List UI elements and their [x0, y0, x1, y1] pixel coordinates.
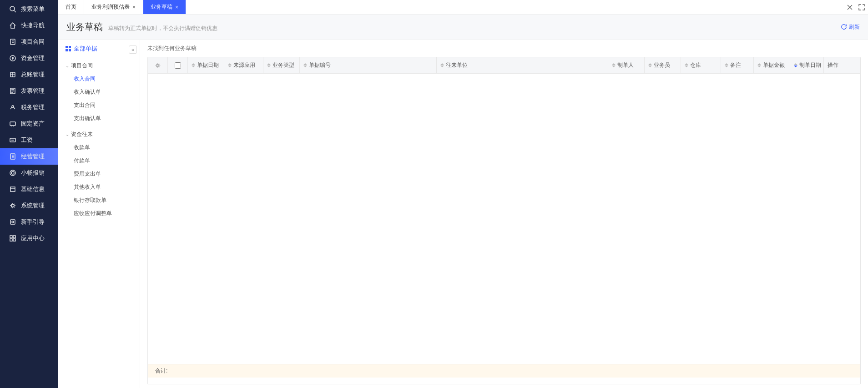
column-header-wh[interactable]: 仓库 [681, 57, 721, 73]
filter-item[interactable]: 银行存取款单 [66, 194, 140, 207]
home-icon [9, 22, 16, 29]
sidebar-item-guide[interactable]: 新手引导 [0, 214, 58, 230]
column-header-maker[interactable]: 制单人 [608, 57, 645, 73]
sidebar-item-tax[interactable]: 税务管理 [0, 99, 58, 116]
sidebar-item-search[interactable]: 搜索菜单 [0, 1, 58, 17]
tab-0[interactable]: 首页 [58, 0, 84, 14]
tab-2[interactable]: 业务草稿× [143, 0, 186, 14]
sidebar-item-salary[interactable]: 工资 [0, 132, 58, 148]
biz-icon [9, 153, 16, 160]
svg-rect-6 [10, 122, 15, 126]
sidebar-item-biz[interactable]: 经营管理 [0, 148, 58, 165]
filter-item[interactable]: 付款单 [66, 154, 140, 167]
tab-label: 首页 [66, 3, 76, 11]
filter-item[interactable]: 应收应付调整单 [66, 207, 140, 220]
close-tab-icon[interactable] [846, 4, 853, 11]
collapse-filter-button[interactable]: « [129, 45, 137, 54]
svg-rect-3 [10, 72, 15, 77]
column-label: 备注 [730, 61, 741, 69]
asset-icon [9, 120, 16, 127]
all-data-label: 全部单据 [74, 45, 97, 53]
close-icon[interactable]: × [132, 4, 136, 10]
svg-rect-17 [13, 239, 15, 241]
column-header-partner[interactable]: 往来单位 [437, 57, 608, 73]
sidebar-item-file[interactable]: 项目合同 [0, 34, 58, 50]
svg-point-11 [11, 204, 14, 207]
column-header-type[interactable]: 业务类型 [263, 57, 300, 73]
table: 单据日期来源应用业务类型单据编号往来单位制单人业务员仓库备注单据金额制单日期操作… [147, 57, 861, 384]
footer-total-label: 合计: [155, 367, 167, 375]
sidebar-item-reimb[interactable]: 小畅报销 [0, 165, 58, 181]
filter-item[interactable]: 其他收入单 [66, 181, 140, 194]
column-label: 单据金额 [763, 61, 785, 69]
table-body [148, 74, 860, 364]
svg-rect-10 [10, 187, 15, 191]
svg-point-22 [156, 64, 158, 66]
column-header-amount[interactable]: 单据金额 [754, 57, 790, 73]
sidebar-item-asset[interactable]: 固定资产 [0, 116, 58, 132]
svg-rect-1 [10, 39, 15, 45]
ledger-icon [9, 71, 16, 78]
sidebar-item-home[interactable]: 快捷导航 [0, 17, 58, 34]
sys-icon [9, 202, 16, 209]
filter-item[interactable]: 支出合同 [66, 99, 140, 112]
column-header-cdate[interactable]: 制单日期 [790, 57, 824, 73]
filter-item[interactable]: 费用支出单 [66, 167, 140, 181]
filter-group-header[interactable]: ⌄项目合同 [66, 59, 140, 72]
sidebar-item-ledger[interactable]: 总账管理 [0, 66, 58, 83]
column-header-remark[interactable]: 备注 [721, 57, 754, 73]
sidebar-item-sys[interactable]: 系统管理 [0, 197, 58, 214]
file-icon [9, 38, 16, 45]
filter-item[interactable]: 支出确认单 [66, 112, 140, 125]
tabbar: 首页业务利润预估表×业务草稿× [58, 0, 868, 15]
table-settings-button[interactable] [148, 57, 168, 73]
sidebar-item-label: 小畅报销 [21, 169, 45, 177]
sort-icon [612, 63, 616, 68]
svg-rect-12 [10, 220, 15, 224]
money-icon [9, 55, 16, 62]
svg-rect-14 [10, 236, 12, 238]
svg-rect-20 [66, 49, 68, 51]
column-header-app[interactable]: 来源应用 [224, 57, 263, 73]
sort-icon [303, 63, 307, 68]
sidebar-item-label: 总账管理 [21, 71, 45, 79]
sidebar-item-invoice[interactable]: 发票管理 [0, 83, 58, 99]
sidebar-item-apps[interactable]: 应用中心 [0, 230, 58, 247]
tab-label: 业务利润预估表 [91, 3, 130, 11]
svg-rect-18 [66, 46, 68, 48]
sidebar-item-money[interactable]: 资金管理 [0, 50, 58, 66]
column-label: 单据日期 [197, 61, 219, 69]
tab-label: 业务草稿 [151, 3, 172, 11]
column-label: 操作 [828, 61, 838, 69]
column-header-date[interactable]: 单据日期 [188, 57, 224, 73]
svg-rect-21 [69, 49, 71, 51]
filter-group-header[interactable]: ⌄资金往来 [66, 128, 140, 141]
filter-item[interactable]: 收入确认单 [66, 86, 140, 99]
sidebar-item-label: 系统管理 [21, 202, 45, 210]
column-label: 业务类型 [273, 61, 294, 69]
sidebar-item-label: 项目合同 [21, 38, 45, 46]
base-icon [9, 186, 16, 193]
refresh-button[interactable]: 刷新 [841, 23, 860, 31]
tab-1[interactable]: 业务利润预估表× [84, 0, 143, 14]
column-label: 仓库 [690, 61, 701, 69]
body: « 全部单据 ⌄项目合同收入合同收入确认单支出合同支出确认单⌄资金往来收款单付款… [58, 40, 868, 388]
reimb-icon [9, 169, 16, 176]
horizontal-scrollbar[interactable] [148, 378, 860, 384]
filter-group: ⌄资金往来收款单付款单费用支出单其他收入单银行存取款单应收应付调整单 [66, 128, 140, 220]
column-header-sales[interactable]: 业务员 [645, 57, 681, 73]
filter-item[interactable]: 收款单 [66, 141, 140, 154]
grid-icon [66, 46, 71, 51]
select-all-checkbox[interactable] [175, 62, 181, 69]
close-icon[interactable]: × [175, 4, 178, 10]
guide-icon [9, 218, 16, 226]
column-header-no[interactable]: 单据编号 [300, 57, 437, 73]
filter-item[interactable]: 收入合同 [66, 72, 140, 86]
sidebar-item-label: 工资 [21, 136, 33, 144]
empty-message: 未找到任何业务草稿 [147, 45, 861, 52]
fullscreen-icon[interactable] [858, 4, 865, 11]
filter-group: ⌄项目合同收入合同收入确认单支出合同支出确认单 [66, 59, 140, 125]
sidebar-item-base[interactable]: 基础信息 [0, 181, 58, 197]
sidebar-item-label: 税务管理 [21, 103, 45, 111]
sort-icon [440, 63, 444, 68]
